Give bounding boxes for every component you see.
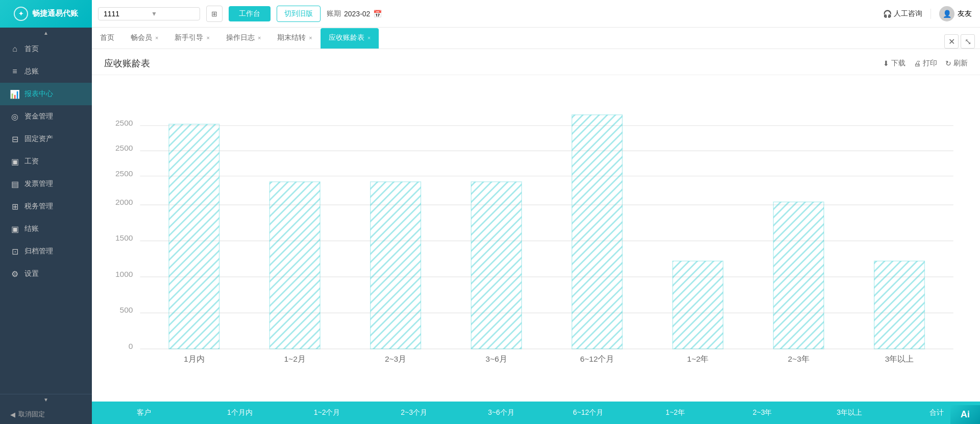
page-actions: ⬇ 下载 🖨 打印 ↻ 刷新	[883, 59, 968, 68]
close-icon[interactable]: ×	[258, 35, 261, 41]
salary-icon: ▣	[10, 157, 19, 166]
download-button[interactable]: ⬇ 下载	[883, 59, 905, 68]
archive-icon: ⊡	[10, 247, 19, 256]
tab-home-label: 首页	[100, 33, 114, 42]
sidebar-label-home: 首页	[24, 44, 39, 54]
col-1-2month: 1~2个月	[283, 408, 371, 417]
ledger-icon: ≡	[10, 67, 19, 76]
sidebar-label-assets: 固定资产	[24, 134, 53, 144]
y-label-2500-1: 2500	[115, 169, 133, 178]
sidebar-scroll-up[interactable]: ▲	[0, 28, 92, 38]
sidebar-item-reports[interactable]: 📊 报表中心	[0, 83, 92, 105]
sidebar-item-archive[interactable]: ⊡ 归档管理	[0, 240, 92, 263]
close-icon[interactable]: ×	[155, 35, 158, 41]
sidebar-label-funds: 资金管理	[24, 112, 53, 121]
x-label-1: 1月内	[184, 355, 205, 363]
consult-button[interactable]: 🎧 人工咨询	[883, 9, 922, 18]
col-2-3year: 2~3年	[719, 408, 806, 417]
close-icon[interactable]: ×	[368, 35, 371, 41]
expand-tabs-button[interactable]: ⤡	[961, 34, 975, 49]
chevron-down-icon: ▼	[151, 10, 194, 17]
refresh-icon: ↻	[945, 59, 951, 67]
sidebar-item-tax[interactable]: ⊞ 税务管理	[0, 195, 92, 218]
header-divider	[930, 9, 931, 19]
sidebar-item-settings[interactable]: ⚙ 设置	[0, 263, 92, 285]
x-label-4: 3~6月	[485, 355, 507, 363]
invoice-icon: ▤	[10, 179, 19, 189]
col-2-3month: 2~3个月	[371, 408, 458, 417]
workbench-button[interactable]: 工作台	[229, 6, 271, 21]
copy-icon: ⊞	[211, 10, 217, 18]
sidebar-label-reports: 报表中心	[24, 89, 53, 99]
table-header-row: 客户 1个月内 1~2个月 2~3个月 3~6个月 6~12个月 1~2年 2~…	[92, 402, 980, 424]
col-3year-plus: 3年以上	[806, 408, 893, 417]
sidebar-item-funds[interactable]: ◎ 资金管理	[0, 105, 92, 128]
sidebar-label-settings: 设置	[24, 269, 39, 278]
tab-member-label: 畅会员	[131, 33, 152, 42]
bar-6-12yue	[572, 115, 623, 349]
x-label-3: 2~3月	[385, 355, 406, 363]
y-label-1000: 1000	[115, 270, 133, 278]
close-all-button[interactable]: ✕	[944, 34, 959, 49]
pin-icon: ◀	[10, 411, 15, 418]
period-label: 账期	[327, 9, 341, 18]
close-icon[interactable]: ×	[206, 35, 209, 41]
x-label-2: 1~2月	[284, 355, 306, 363]
app-header: ✦ 畅捷通易代账 1111 ▼ ⊞ 工作台 切到旧版 账期 2023-02 📅 …	[0, 0, 980, 28]
cancel-fixed-button[interactable]: ◀ 取消固定	[0, 405, 92, 424]
sidebar-label-archive: 归档管理	[24, 247, 53, 256]
logo-icon: ✦	[14, 7, 28, 21]
tab-member[interactable]: 畅会员 ×	[122, 28, 166, 49]
home-icon: ⌂	[10, 44, 19, 54]
chart-container: 0 500 1000 1500 2000 2500 2500 2500	[92, 75, 980, 402]
content-area: 首页 畅会员 × 新手引导 × 操作日志 × 期末结转 × 应收账龄表 ×	[92, 28, 980, 424]
x-label-6: 1~2年	[687, 355, 708, 363]
tab-aging[interactable]: 应收账龄表 ×	[321, 28, 379, 49]
tab-guide-label: 新手引导	[175, 33, 203, 42]
refresh-button[interactable]: ↻ 刷新	[945, 59, 968, 68]
headset-icon: 🎧	[883, 10, 892, 18]
close-all-icon: ✕	[948, 37, 955, 46]
y-label-500: 500	[120, 306, 133, 315]
tab-period-end-label: 期末结转	[277, 33, 306, 42]
ai-badge[interactable]: Ai	[950, 405, 980, 424]
sidebar-label-invoice: 发票管理	[24, 179, 53, 189]
user-area[interactable]: 👤 友友	[939, 6, 972, 21]
sidebar-label-checkout: 结账	[24, 224, 39, 233]
tab-oplog-label: 操作日志	[226, 33, 255, 42]
avatar: 👤	[939, 6, 954, 21]
col-1month: 1个月内	[197, 408, 284, 417]
sidebar-item-salary[interactable]: ▣ 工资	[0, 150, 92, 173]
company-name: 1111	[104, 10, 147, 18]
x-label-7: 2~3年	[788, 355, 810, 363]
col-customer: 客户	[92, 408, 197, 417]
sidebar-item-assets[interactable]: ⊟ 固定资产	[0, 128, 92, 150]
print-button[interactable]: 🖨 打印	[914, 59, 937, 68]
y-label-1500: 1500	[115, 234, 133, 243]
period-value: 2023-02	[344, 10, 370, 18]
sidebar: ▲ ⌂ 首页 ≡ 总账 📊 报表中心 ◎ 资金管理 ⊟ 固定资产 ▣ 工资 ▤ …	[0, 28, 92, 424]
sidebar-item-home[interactable]: ⌂ 首页	[0, 38, 92, 60]
download-icon: ⬇	[883, 59, 889, 67]
close-icon[interactable]: ×	[309, 35, 312, 41]
ai-label: Ai	[961, 409, 970, 419]
calendar-icon[interactable]: 📅	[373, 10, 382, 18]
logo: ✦ 畅捷通易代账	[0, 0, 92, 28]
company-selector[interactable]: 1111 ▼	[98, 7, 200, 20]
sidebar-item-ledger[interactable]: ≡ 总账	[0, 60, 92, 83]
sidebar-scroll-down[interactable]: ▼	[0, 394, 92, 405]
x-label-5: 6~12个月	[580, 355, 614, 363]
sidebar-item-invoice[interactable]: ▤ 发票管理	[0, 173, 92, 195]
tab-home[interactable]: 首页	[92, 28, 122, 49]
col-1-2year: 1~2年	[632, 408, 719, 417]
tab-guide[interactable]: 新手引导 ×	[166, 28, 217, 49]
tab-oplog[interactable]: 操作日志 ×	[218, 28, 269, 49]
switch-version-button[interactable]: 切到旧版	[277, 6, 321, 22]
user-name: 友友	[958, 9, 972, 18]
sidebar-item-checkout[interactable]: ▣ 结账	[0, 218, 92, 240]
consult-label: 人工咨询	[894, 9, 922, 18]
page-title: 应收账龄表	[104, 57, 150, 69]
copy-button[interactable]: ⊞	[206, 6, 223, 22]
tab-period-end[interactable]: 期末结转 ×	[269, 28, 320, 49]
print-icon: 🖨	[914, 59, 921, 67]
